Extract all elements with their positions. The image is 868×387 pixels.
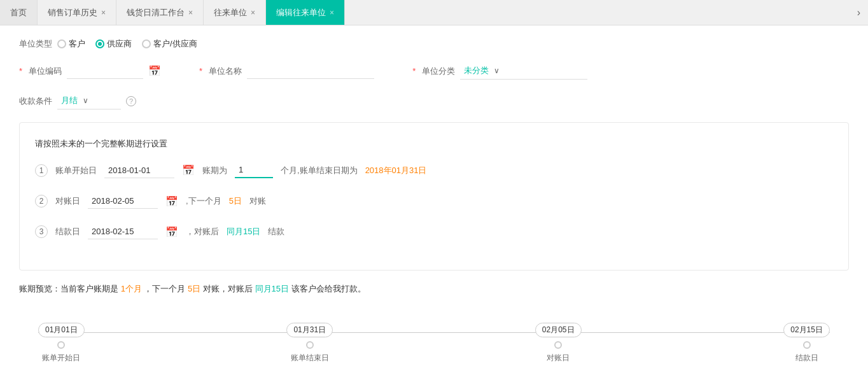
period-row-3: 3 结款日 📅 ，对账后 同月15日 结款: [35, 224, 833, 239]
period-row2-label: 对账日: [55, 195, 80, 207]
unit-classify-label: 单位分类: [422, 66, 455, 77]
tab-edit-partner[interactable]: 编辑往来单位×: [266, 0, 345, 25]
unit-classify-field: * 单位分类 未分类 ∨: [412, 62, 587, 80]
reconcile-date-calendar-icon[interactable]: 📅: [165, 195, 178, 208]
period-row1-suffix1: 个月,账单结束日期为: [281, 165, 358, 176]
tab-close-partners[interactable]: ×: [251, 8, 255, 17]
preview-label: 账期预览：当前客户账期是: [19, 284, 118, 293]
radio-circle-0: [57, 39, 66, 48]
main-content: 单位类型 客户供应商客户/供应商 * 单位编码 000001 📅 * 单位名称 …: [0, 25, 868, 387]
radio-label-0: 客户: [69, 38, 85, 50]
radio-option-0[interactable]: 客户: [57, 38, 85, 50]
tab-label-sales-history: 销售订单历史: [48, 7, 97, 18]
timeline-label-3: 结款日: [795, 353, 818, 363]
tab-partners[interactable]: 往来单位×: [204, 0, 266, 25]
radio-label-2: 客户/供应商: [153, 38, 197, 50]
tab-home[interactable]: 首页: [0, 0, 38, 25]
start-date-calendar-icon[interactable]: 📅: [182, 164, 195, 176]
timeline-badge-1: 01月31日: [286, 323, 333, 337]
tab-bar: 首页销售订单历史×钱货日清工作台×往来单位×编辑往来单位× ›: [0, 0, 868, 25]
period-row3-day-highlight: 同月15日: [227, 226, 260, 237]
period-row1-mid: 账期为: [202, 165, 227, 176]
payment-condition-value: 月结: [61, 95, 78, 106]
payment-condition-label: 收款条件: [19, 95, 52, 107]
timeline-node-3: 02月15日结款日: [783, 323, 830, 363]
timeline-circle-1: [306, 341, 314, 349]
tab-close-cash-work[interactable]: ×: [188, 8, 193, 17]
unit-code-field: * 单位编码 000001 📅: [19, 64, 161, 79]
tab-close-sales-history[interactable]: ×: [101, 8, 106, 17]
timeline-label-1: 账单结束日: [291, 353, 329, 363]
timeline-node-1: 01月31日账单结束日: [286, 323, 333, 363]
start-date-input[interactable]: [104, 163, 174, 178]
tab-label-edit-partner: 编辑往来单位: [276, 7, 326, 18]
period-row1-label: 账单开始日: [55, 165, 97, 176]
preview-part2: 5日: [188, 284, 200, 293]
tab-label-partners: 往来单位: [214, 7, 247, 18]
radio-label-1: 供应商: [107, 38, 132, 50]
unit-code-calendar-icon[interactable]: 📅: [148, 65, 161, 77]
timeline-label-2: 对账日: [547, 353, 570, 363]
unit-type-radio-group: 客户供应商客户/供应商: [57, 38, 197, 50]
payment-date-input[interactable]: [88, 224, 158, 239]
unit-code-label: 单位编码: [29, 66, 62, 77]
payment-condition-chevron-icon: ∨: [83, 96, 88, 105]
period-row3-prefix: ，对账后: [186, 226, 219, 237]
period-row2-suffix: 对账: [249, 195, 266, 207]
timeline-circle-3: [803, 341, 811, 349]
tab-more-button[interactable]: ›: [850, 0, 868, 25]
period-title: 请按照未来的一个完整帐期进行设置: [35, 138, 833, 150]
period-month-input[interactable]: [235, 162, 273, 178]
timeline-node-0: 01月01日账单开始日: [38, 323, 85, 363]
unit-info-row: * 单位编码 000001 📅 * 单位名称 河南供应商22 * 单位分类 未分…: [19, 62, 849, 80]
payment-condition-select[interactable]: 月结 ∨: [57, 92, 121, 109]
timeline-nodes: 01月01日账单开始日01月31日账单结束日02月05日对账日02月15日结款日: [38, 323, 830, 363]
period-row3-suffix: 结款: [268, 226, 284, 237]
payment-date-calendar-icon[interactable]: 📅: [165, 226, 178, 238]
unit-type-row: 单位类型 客户供应商客户/供应商: [19, 38, 849, 50]
timeline-badge-0: 01月01日: [38, 323, 85, 337]
preview-part1: 1个月: [121, 284, 142, 293]
radio-circle-1: [95, 39, 104, 48]
tab-sales-history[interactable]: 销售订单历史×: [38, 0, 116, 25]
preview-sep2: 对账，对账后: [203, 284, 253, 293]
payment-help-icon[interactable]: ?: [126, 96, 136, 106]
timeline-circle-0: [57, 341, 65, 349]
radio-circle-2: [142, 39, 151, 48]
unit-name-label: 单位名称: [209, 66, 242, 77]
timeline-badge-2: 02月05日: [535, 323, 582, 337]
row-num-1: 1: [35, 164, 48, 177]
unit-classify-chevron-icon: ∨: [494, 66, 500, 75]
preview-suffix: 该客户会给我打款。: [291, 284, 366, 293]
period-box: 请按照未来的一个完整帐期进行设置 1 账单开始日 📅 账期为 个月,账单结束日期…: [19, 122, 849, 271]
tab-label-home: 首页: [10, 7, 27, 18]
tab-cash-work[interactable]: 钱货日清工作台×: [116, 0, 204, 25]
unit-code-star: *: [19, 66, 22, 76]
timeline-circle-2: [554, 341, 562, 349]
radio-option-1[interactable]: 供应商: [95, 38, 132, 50]
tab-label-cash-work: 钱货日清工作台: [127, 7, 185, 18]
unit-name-star: *: [199, 66, 202, 76]
preview-part3: 同月15日: [255, 284, 289, 293]
unit-name-input[interactable]: 河南供应商22: [247, 64, 374, 79]
unit-classify-value: 未分类: [464, 65, 489, 76]
period-row-1: 1 账单开始日 📅 账期为 个月,账单结束日期为 2018年01月31日: [35, 162, 833, 178]
row-num-2: 2: [35, 195, 48, 208]
payment-row: 收款条件 月结 ∨ ?: [19, 92, 849, 109]
radio-option-2[interactable]: 客户/供应商: [142, 38, 197, 50]
unit-code-input[interactable]: 000001: [67, 64, 143, 79]
timeline-badge-3: 02月15日: [783, 323, 830, 337]
period-row2-prefix: ,下一个月: [186, 195, 221, 207]
period-row1-end-date: 2018年01月31日: [365, 165, 427, 176]
unit-classify-select[interactable]: 未分类 ∨: [460, 62, 587, 80]
reconcile-date-input[interactable]: [88, 194, 158, 209]
preview-text: 账期预览：当前客户账期是 1个月 ，下一个月 5日 对账，对账后 同月15日 该…: [19, 283, 849, 295]
period-row3-label: 结款日: [55, 226, 80, 237]
unit-name-field: * 单位名称 河南供应商22: [199, 64, 374, 79]
period-row2-day-highlight: 5日: [229, 195, 242, 207]
unit-type-label: 单位类型: [19, 38, 52, 50]
tab-close-edit-partner[interactable]: ×: [330, 8, 334, 17]
payment-condition-field: 收款条件 月结 ∨ ?: [19, 92, 136, 109]
period-row-2: 2 对账日 📅 ,下一个月 5日 对账: [35, 194, 833, 209]
row-num-3: 3: [35, 225, 48, 238]
